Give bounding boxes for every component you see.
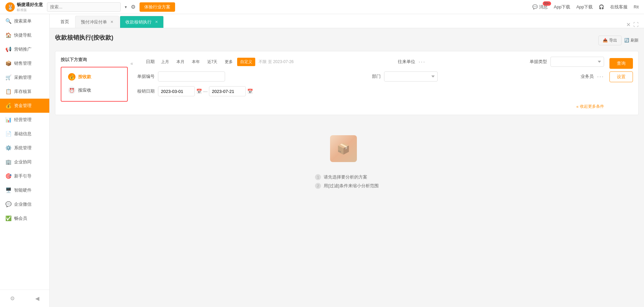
msg-badge: 99+ — [543, 1, 551, 6]
page-toolbar: 📤 导出 🔄 刷新 — [598, 36, 639, 45]
sidebar: 🔍搜索菜单🏠快捷导航📢营销推广📦销售管理🛒采购管理📋库存核算💰资金管理📊经营管理… — [0, 14, 50, 307]
sidebar-label-member: 畅会员 — [14, 215, 27, 221]
sidebar-label-basic-info: 基础信息 — [14, 131, 32, 137]
logo-icon: 🐰 — [5, 2, 15, 12]
sidebar-icon-member: ✅ — [5, 215, 11, 221]
refresh-button[interactable]: 🔄 刷新 — [624, 36, 639, 45]
collapse-icon[interactable]: ◀ — [33, 293, 41, 304]
tab-home[interactable]: 首页 — [55, 16, 74, 28]
filter-title: 按以下方查询 — [61, 57, 128, 63]
tab-close-receive-writeoff[interactable]: ✕ — [155, 20, 158, 24]
writeoff-end-input[interactable] — [209, 86, 246, 96]
filter-panel: 按以下方查询 💰按收款⏰按应收 « 日期 上月 — [55, 51, 639, 115]
writeoff-start-input[interactable] — [158, 86, 195, 96]
app-download-link[interactable]: App下载 — [554, 4, 570, 10]
solution-button[interactable]: 体验行业方案 — [140, 2, 175, 12]
sidebar-item-operations[interactable]: 📊经营管理 — [0, 113, 49, 127]
doc-no-input[interactable] — [158, 71, 225, 82]
sidebar-item-hardware[interactable]: 🖥️智能硬件 — [0, 183, 49, 197]
sidebar-item-guide[interactable]: 🎯新手引导 — [0, 169, 49, 183]
filter-collapse-wrapper: « — [128, 57, 135, 109]
date-btn-custom[interactable]: 自定义 — [237, 58, 255, 66]
sidebar-item-purchase[interactable]: 🛒采购管理 — [0, 70, 49, 85]
sidebar-item-wechat[interactable]: 💬企业微信 — [0, 197, 49, 211]
sidebar-icon-guide: 🎯 — [5, 173, 11, 179]
date-btn-7days[interactable]: 近7天 — [204, 58, 221, 66]
filter-option-icon-by-receivable: ⏰ — [68, 87, 75, 94]
sidebar-icon-finance: 💰 — [5, 103, 11, 109]
date-btn-more[interactable]: 更多 — [222, 58, 236, 66]
empty-state-image: 📦 — [330, 135, 364, 169]
date-btn-this-month[interactable]: 本月 — [173, 58, 187, 66]
filter-option-by-receivable[interactable]: ⏰按应收 — [65, 84, 124, 96]
query-button[interactable]: 查询 — [609, 58, 633, 69]
sidebar-item-finance[interactable]: 💰资金管理 — [0, 99, 49, 113]
filter-option-label-by-receivable: 按应收 — [78, 87, 91, 93]
tab-prepay[interactable]: 预付冲应付单✕ — [75, 16, 119, 28]
tab-controls: ✕ ⛶ — [626, 21, 639, 28]
sidebar-item-enterprise[interactable]: 🏢企业协同 — [0, 155, 49, 169]
sidebar-item-sales[interactable]: 📦销售管理 — [0, 56, 49, 70]
sidebar-label-marketing: 营销推广 — [14, 46, 32, 52]
app-download-text[interactable]: App下载 — [576, 4, 593, 10]
brand-tag: 标准版 — [17, 8, 43, 12]
dropdown-arrow[interactable]: ▾ — [125, 5, 127, 9]
sidebar-label-sales: 销售管理 — [14, 60, 32, 66]
collapse-more-button[interactable]: « 收起更多条件 — [576, 104, 604, 109]
sidebar-item-basic-info[interactable]: 📄基础信息 — [0, 127, 49, 141]
export-button[interactable]: 📤 导出 — [598, 36, 622, 45]
filter-option-label-by-receipt: 按收款 — [78, 74, 91, 80]
date-btn-last-month[interactable]: 上月 — [158, 58, 172, 66]
filter-option-by-receipt[interactable]: 💰按收款 — [65, 71, 124, 83]
settings-icon[interactable]: ⚙ — [8, 293, 17, 304]
dept-select[interactable] — [384, 71, 438, 82]
counterpart-dots[interactable]: ··· — [419, 58, 426, 65]
sidebar-icon-search-menu: 🔍 — [5, 18, 11, 24]
tab-close-prepay[interactable]: ✕ — [110, 20, 113, 24]
online-service-icon[interactable]: 🎧 — [599, 4, 604, 9]
tab-label-home: 首页 — [60, 19, 69, 25]
page-content: 收款核销执行(按收款) 📤 导出 🔄 刷新 按以下方查询 — [50, 28, 644, 307]
collapse-arrow-icon: « — [576, 104, 579, 109]
date-label: 日期 — [135, 59, 155, 65]
gear-icon[interactable]: ⚙ — [131, 4, 136, 10]
writeoff-start-cal-icon[interactable]: 📅 — [196, 89, 202, 94]
writeoff-end-cal-icon[interactable]: 📅 — [247, 89, 253, 94]
sidebar-icon-basic-info: 📄 — [5, 131, 11, 137]
tab-receive-writeoff[interactable]: 收款核销执行✕ — [120, 16, 164, 28]
online-service-text[interactable]: 在线客服 — [610, 4, 628, 10]
setting-button[interactable]: 设置 — [609, 71, 633, 82]
sidebar-icon-enterprise: 🏢 — [5, 159, 11, 165]
sidebar-item-member[interactable]: ✅畅会员 — [0, 211, 49, 225]
sidebar-item-system[interactable]: ⚙️系统管理 — [0, 141, 49, 155]
sidebar-label-guide: 新手引导 — [14, 173, 32, 179]
empty-hint-1: 1 请先选择要分析的方案 — [315, 174, 378, 180]
empty-hint-2: 2 用[过滤]条件来缩小分析范围 — [315, 183, 378, 189]
top-bar: 🐰 畅捷通好生意 标准版 ▾ ⚙ 体验行业方案 💬 消息 99+ App下载 A… — [0, 0, 644, 14]
message-icon[interactable]: 💬 消息 99+ — [532, 4, 548, 10]
doc-no-label: 单据编号 — [135, 73, 155, 80]
counterpart-label: 往来单位 — [395, 59, 415, 65]
sidebar-label-quick-nav: 快捷导航 — [14, 32, 32, 38]
date-buttons: 上月 本月 本年 近7天 更多 自定义 — [158, 58, 256, 66]
user-name[interactable]: Rit — [634, 5, 639, 9]
staff-dots[interactable]: ··· — [597, 73, 604, 80]
page-title: 收款核销执行(按收款) — [55, 34, 113, 42]
empty-state: 📦 1 请先选择要分析的方案 2 用[过滤]条件来缩小分析范围 — [55, 115, 639, 209]
date-btn-this-year[interactable]: 本年 — [189, 58, 203, 66]
sidebar-icon-purchase: 🛒 — [5, 74, 11, 81]
export-icon: 📤 — [603, 38, 608, 43]
sidebar-label-search-menu: 搜索菜单 — [14, 18, 32, 24]
sidebar-item-inventory[interactable]: 📋库存核算 — [0, 85, 49, 99]
sidebar-item-search-menu[interactable]: 🔍搜索菜单 — [0, 14, 49, 28]
query-buttons: 查询 设置 — [609, 57, 633, 82]
search-input[interactable] — [47, 2, 121, 12]
expand-tab-icon[interactable]: ⛶ — [633, 22, 639, 28]
sidebar-label-wechat: 企业微信 — [14, 201, 32, 207]
doc-type-select[interactable] — [550, 57, 604, 67]
sidebar-icon-marketing: 📢 — [5, 46, 11, 52]
close-tab-icon[interactable]: ✕ — [626, 21, 631, 28]
filter-collapse-arrow[interactable]: « — [129, 59, 135, 67]
sidebar-item-quick-nav[interactable]: 🏠快捷导航 — [0, 28, 49, 42]
sidebar-item-marketing[interactable]: 📢营销推广 — [0, 42, 49, 56]
